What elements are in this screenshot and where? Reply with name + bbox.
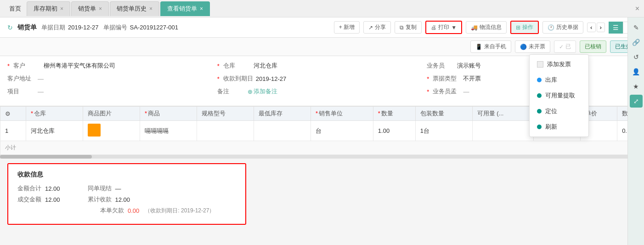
sidebar-expand-icon[interactable]: ⤢ — [630, 95, 643, 108]
tab-view-sales[interactable]: 查看销货单 × — [160, 1, 210, 16]
grid-icon: ⊞ — [516, 24, 520, 31]
project-field: 项目 — — [7, 87, 217, 96]
payment-row-1: 金额合计 12.00 同单现结 — — [17, 184, 236, 193]
nav-arrows: ‹ › — [587, 23, 605, 32]
logistics-button[interactable]: 🚚 物流信息 — [466, 21, 507, 34]
operation-button[interactable]: ⊞ 操作 — [510, 21, 539, 34]
row-sales-unit: 台 — [311, 121, 373, 141]
project-value: — — [38, 88, 44, 95]
col-available: 可用量 (... — [472, 107, 534, 121]
add-invoice-item[interactable]: 添加发票 — [530, 57, 588, 72]
truck-icon: 🚚 — [471, 24, 478, 31]
scroll-indicator[interactable] — [0, 155, 644, 159]
customer-label: 客户 — [13, 62, 41, 70]
sidebar-star-icon[interactable]: ★ — [630, 80, 643, 93]
ticket-type-value: 不开票 — [463, 74, 481, 83]
tab-close-sales[interactable]: × — [99, 6, 102, 12]
col-warehouse: *仓库 — [26, 107, 83, 121]
date-field-group: 单据日期 2019-12-27 — [41, 23, 99, 32]
customer-value: 柳州粤港平安气体有限公司 — [44, 62, 115, 70]
col-sales-unit: *销售单位 — [311, 107, 373, 121]
outbound-icon — [537, 78, 542, 82]
add-note-button[interactable]: ⊕ 添加备注 — [248, 87, 277, 96]
cancel-badge[interactable]: 已核销 — [580, 40, 606, 53]
address-field: 客户地址 — — [7, 74, 217, 83]
tab-bar: 首页 库存期初 × 销货单 × 销货单历史 × 查看销货单 × × — [0, 0, 644, 17]
tab-home[interactable]: 首页 — [5, 5, 26, 13]
close-all-button[interactable]: × — [635, 5, 639, 13]
copy-icon: ⧉ — [400, 24, 404, 31]
toolbar: ↻ 销货单 单据日期 2019-12-27 单据编号 SA-20191227-0… — [0, 17, 644, 38]
transaction-label: 成交金额 — [17, 195, 41, 204]
payment-info-box: 收款信息 金额合计 12.00 同单现结 — 成交金额 12.00 累计收款 1… — [7, 163, 246, 225]
sidebar-refresh-icon[interactable]: ↺ — [630, 51, 643, 63]
col-spec: 规格型号 — [197, 107, 254, 121]
history-button[interactable]: 🕐 历史单据 — [542, 21, 583, 34]
sidebar-edit-icon[interactable]: ✎ — [630, 21, 643, 34]
share-icon: ↗ — [368, 24, 373, 31]
note-field: 备注 ⊕ 添加备注 — [217, 87, 427, 96]
payment-row-2: 成交金额 12.00 累计收款 12.00 — [17, 195, 236, 204]
cumulative-item: 累计收款 12.00 — [88, 195, 130, 204]
toolbar-right: + 新增 ↗ 分享 ⧉ 复制 🖨 打印 ▼ 🚚 物流信息 ⊞ 操作 🕐 历史单据… — [334, 21, 637, 34]
warehouse-label: 仓库 — [223, 62, 251, 70]
next-button[interactable]: › — [597, 23, 605, 32]
tab-close-history[interactable]: × — [149, 6, 153, 12]
salesperson-value: — — [463, 88, 469, 95]
not-open-button[interactable]: 🔵 未开票 — [515, 40, 550, 53]
col-settings[interactable]: ⚙ — [0, 107, 26, 121]
share-button[interactable]: ↗ 分享 — [363, 21, 391, 34]
subtotal-row: 小计 — [0, 141, 644, 155]
row-product: 嗝嗝嗝嗝 — [140, 121, 197, 141]
refresh-icon — [537, 125, 542, 129]
invoice-icon — [537, 61, 543, 68]
total-label: 金额合计 — [17, 184, 41, 193]
tab-inventory-init[interactable]: 库存期初 × — [27, 1, 70, 16]
number-value: SA-20191227-001 — [130, 24, 179, 31]
col-pack-qty: 包装数量 — [415, 107, 472, 121]
date-label: 单据日期 — [41, 23, 65, 32]
address-value: — — [38, 75, 44, 82]
col-quantity: *数量 — [373, 107, 415, 121]
prev-button[interactable]: ‹ — [587, 23, 595, 32]
refresh-item[interactable]: 刷新 — [530, 119, 588, 135]
print-button[interactable]: 🖨 打印 ▼ — [425, 21, 462, 34]
doc-icon: ↻ — [7, 24, 13, 31]
project-label: 项目 — [7, 87, 35, 96]
row-available — [472, 121, 534, 141]
due-date-label: 收款到期日 — [223, 74, 253, 83]
tab-sales-order[interactable]: 销货单 × — [71, 1, 109, 16]
tab-sales-history[interactable]: 销货单历史 × — [110, 1, 159, 16]
tab-close-view[interactable]: × — [200, 6, 203, 12]
outbound-item[interactable]: 出库 — [530, 72, 588, 88]
row-min-stock — [254, 121, 311, 141]
tab-label: 库存期初 — [34, 5, 57, 13]
sidebar-link-icon[interactable]: 🔗 — [630, 36, 643, 49]
available-qty-item[interactable]: 可用量提取 — [530, 88, 588, 103]
customer-field: * 客户 柳州粤港平安气体有限公司 — [7, 62, 217, 70]
same-order-item: 同单现结 — — [88, 184, 121, 193]
col-product: *商品 — [140, 107, 197, 121]
from-phone-button[interactable]: 📱 来自手机 — [470, 40, 511, 53]
operation-dropdown: 添加发票 出库 可用量提取 定位 刷新 — [529, 54, 589, 137]
employee-value: 演示账号 — [457, 62, 481, 70]
locate-item[interactable]: 定位 — [530, 103, 588, 119]
address-label: 客户地址 — [7, 74, 35, 83]
transaction-item: 成交金额 12.00 — [17, 195, 60, 204]
check-button[interactable]: ✓ 已 — [554, 40, 576, 53]
due-date-field: * 收款到期日 2019-12-27 — [217, 74, 427, 83]
copy-button[interactable]: ⧉ 复制 — [395, 21, 422, 34]
due-label: 本单欠款 — [100, 206, 124, 215]
payment-title: 收款信息 — [17, 171, 236, 179]
sidebar-person-icon[interactable]: 👤 — [630, 65, 643, 78]
new-button[interactable]: + 新增 — [334, 21, 360, 34]
document-title: 销货单 — [17, 23, 37, 32]
warehouse-field: * 仓库 河北仓库 — [217, 62, 427, 70]
tab-close-inventory[interactable]: × — [60, 6, 63, 12]
date-value: 2019-12-27 — [68, 24, 99, 31]
row-index: 1 — [0, 121, 26, 141]
employee-label: 业务员 — [427, 62, 454, 70]
due-hint: （收款到期日: 2019-12-27） — [145, 207, 215, 215]
list-view-button[interactable]: ☰ — [609, 22, 623, 34]
number-field-group: 单据编号 SA-20191227-001 — [103, 23, 179, 32]
